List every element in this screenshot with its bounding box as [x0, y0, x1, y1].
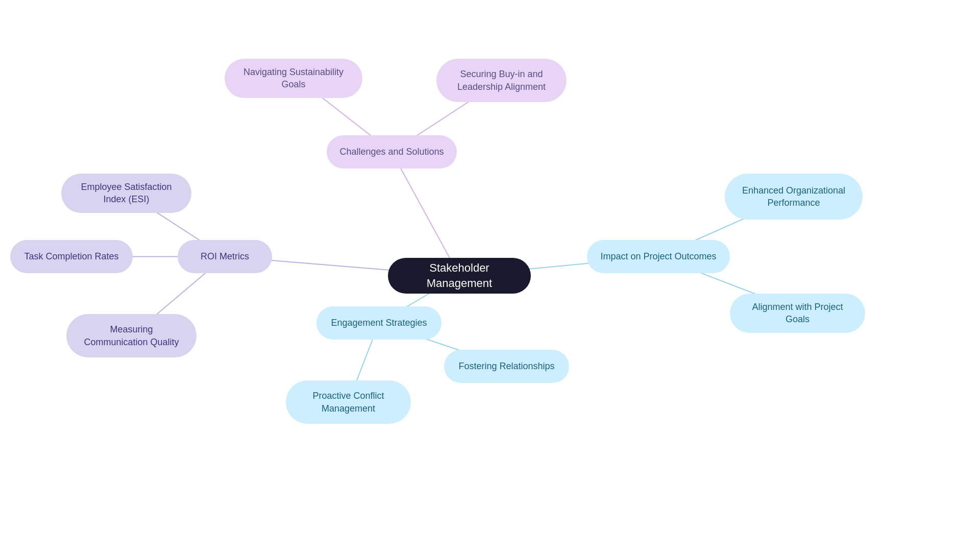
impact-project-node: Impact on Project Outcomes [587, 240, 730, 273]
engagement-strategies-node: Engagement Strategies [316, 306, 442, 340]
fostering-relationships-node: Fostering Relationships [444, 350, 569, 383]
proactive-conflict-node: Proactive Conflict Management [286, 380, 411, 424]
roi-metrics-node: ROI Metrics [178, 240, 272, 273]
enhanced-org-node: Enhanced Organizational Performance [725, 174, 863, 220]
employee-satisfaction-node: Employee Satisfaction Index (ESI) [61, 174, 191, 213]
mindmap-container: Stakeholder ManagementNavigating Sustain… [0, 0, 980, 553]
nav-sustainability-node: Navigating Sustainability Goals [225, 59, 362, 98]
alignment-goals-node: Alignment with Project Goals [730, 294, 865, 333]
center-node: Stakeholder Management [388, 258, 531, 294]
task-completion-node: Task Completion Rates [10, 240, 133, 273]
challenges-solutions-node: Challenges and Solutions [327, 135, 457, 169]
securing-buyin-node: Securing Buy-in and Leadership Alignment [436, 59, 567, 102]
svg-line-0 [392, 152, 460, 276]
measuring-comm-node: Measuring Communication Quality [66, 314, 197, 357]
